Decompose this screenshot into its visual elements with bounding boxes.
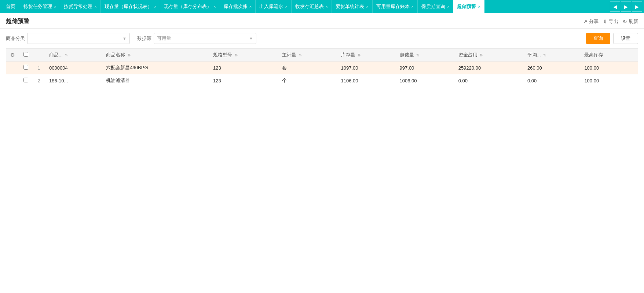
export-icon: ⇩ [603, 19, 607, 25]
row-spec: 123 [209, 62, 278, 74]
refresh-button[interactable]: ↻ 刷新 [623, 18, 638, 25]
nav-tab-chaochuyujing[interactable]: 超储预警 × [453, 0, 484, 13]
row-checkbox-cell [19, 74, 32, 87]
row-settings-cell [6, 74, 19, 87]
close-icon[interactable]: × [249, 4, 252, 9]
col-product-code[interactable]: 商品... ⇅ [45, 49, 102, 62]
row-capital-occupied: 259220.00 [455, 62, 524, 74]
col-spec[interactable]: 规格型号 ⇅ [209, 49, 278, 62]
nav-tab-jianhuo-yichang[interactable]: 拣货异常处理 × [60, 0, 100, 13]
row-checkbox[interactable] [23, 78, 28, 82]
select-all-checkbox[interactable] [23, 52, 28, 57]
row-product-name: 机油滤清器 [102, 74, 209, 87]
close-icon[interactable]: × [213, 4, 216, 9]
sort-icon: ⇅ [65, 53, 68, 57]
chevron-down-icon: ▼ [122, 36, 127, 41]
nav-tab-kucun-pizhang[interactable]: 库存批次账 × [220, 0, 256, 13]
product-category-label: 商品分类 [6, 35, 25, 42]
sort-icon: ⇅ [543, 53, 546, 57]
col-product-name[interactable]: 商品名称 ⇅ [102, 49, 209, 62]
row-product-code: 186-10... [45, 74, 102, 87]
row-spec: 123 [209, 74, 278, 87]
nav-tab-xiancunliang-fenbiao[interactable]: 现存量（库存分布表） × [160, 0, 220, 13]
row-checkbox-cell [19, 62, 32, 74]
nav-tab-churukuliushui[interactable]: 出入库流水 × [256, 0, 291, 13]
sort-icon: ⇅ [358, 53, 361, 57]
col-checkbox [19, 49, 32, 62]
product-category-select[interactable]: ▼ [27, 33, 130, 44]
row-number: 2 [32, 74, 45, 87]
page-header: 超储预警 ↗ 分享 ⇩ 导出 ↻ 刷新 [0, 13, 644, 29]
row-overstock: 997.00 [396, 62, 455, 74]
close-icon[interactable]: × [54, 4, 56, 9]
row-max-stock: 100.00 [581, 74, 638, 87]
col-capital-occupied[interactable]: 资金占用 ⇅ [455, 49, 524, 62]
table-row: 1 0000004 六配套新昌490BPG 123 套 1097.00 997.… [6, 62, 638, 74]
col-rownum [32, 49, 45, 62]
chevron-down-icon: ▼ [249, 36, 253, 41]
export-button[interactable]: ⇩ 导出 [603, 18, 618, 25]
col-average[interactable]: 平均... ⇅ [524, 49, 581, 62]
col-stock[interactable]: 库存量 ⇅ [337, 49, 396, 62]
table-container: ⚙ 商品... ⇅ 商品名称 ⇅ 规格型号 [0, 48, 644, 87]
data-source-label: 数据源 [137, 35, 151, 42]
row-max-stock: 100.00 [581, 62, 638, 74]
row-capital-occupied: 0.00 [455, 74, 524, 87]
settings-button[interactable]: 设置 [613, 33, 638, 44]
row-unit: 个 [278, 74, 337, 87]
data-source-select[interactable]: 可用量 ▼ [154, 33, 256, 44]
nav-tab-baozhi-chaxun[interactable]: 保质期查询 × [418, 0, 453, 13]
row-stock: 1097.00 [337, 62, 396, 74]
nav-tab-jianhuorenwuguanli[interactable]: 拣货任务管理 × [20, 0, 60, 13]
row-unit: 套 [278, 62, 337, 74]
filter-buttons: 查询 设置 [586, 33, 638, 44]
nav-tab-yaohuo-tongji[interactable]: 要货单统计表 × [332, 0, 372, 13]
data-source-value: 可用量 [157, 35, 249, 42]
close-icon[interactable]: × [154, 4, 156, 9]
nav-arrows: ◀ ▶ ▶ [610, 1, 643, 12]
nav-expand-button[interactable]: ▶ [632, 1, 642, 12]
share-button[interactable]: ↗ 分享 [583, 18, 599, 25]
refresh-icon: ↻ [623, 19, 627, 25]
row-settings-cell [6, 62, 19, 74]
page-title: 超储预警 [6, 18, 29, 25]
header-actions: ↗ 分享 ⇩ 导出 ↻ 刷新 [583, 18, 638, 25]
nav-tab-xiancunliang-kuangzhuang[interactable]: 现存量（库存状况表） × [101, 0, 160, 13]
close-icon[interactable]: × [411, 4, 414, 9]
col-max-stock[interactable]: 最高库存 [581, 49, 638, 62]
row-average: 0.00 [524, 74, 581, 87]
nav-tab-shoufacun-huizong[interactable]: 收发存汇总表 × [292, 0, 332, 13]
sort-icon: ⇅ [128, 53, 131, 57]
sort-icon: ⇅ [235, 53, 238, 57]
row-product-name: 六配套新昌490BPG [102, 62, 209, 74]
share-icon: ↗ [583, 19, 588, 25]
close-icon[interactable]: × [326, 4, 328, 9]
close-icon[interactable]: × [285, 4, 287, 9]
row-checkbox[interactable] [23, 65, 28, 70]
query-button[interactable]: 查询 [586, 33, 610, 44]
close-icon[interactable]: × [447, 4, 449, 9]
data-table: ⚙ 商品... ⇅ 商品名称 ⇅ 规格型号 [6, 48, 638, 87]
product-category-filter: 商品分类 ▼ [6, 33, 130, 44]
sort-icon: ⇅ [416, 53, 419, 57]
nav-next-button[interactable]: ▶ [621, 1, 631, 12]
row-overstock: 1006.00 [396, 74, 455, 87]
data-source-filter: 数据源 可用量 ▼ [137, 33, 256, 44]
nav-tab-keyongliang-zhangben[interactable]: 可用量库存账本 × [373, 0, 418, 13]
col-overstock[interactable]: 超储量 ⇅ [396, 49, 455, 62]
col-unit[interactable]: 主计量 ⇅ [278, 49, 337, 62]
close-icon[interactable]: × [94, 4, 96, 9]
filter-area: 商品分类 ▼ 数据源 可用量 ▼ 查询 设置 [0, 29, 644, 48]
row-number: 1 [32, 62, 45, 74]
sort-icon: ⇅ [299, 53, 302, 57]
col-settings: ⚙ [6, 49, 19, 62]
nav-prev-button[interactable]: ◀ [610, 1, 620, 12]
row-stock: 1106.00 [337, 74, 396, 87]
table-row: 2 186-10... 机油滤清器 123 个 1106.00 1006.00 … [6, 74, 638, 87]
close-icon[interactable]: × [366, 4, 368, 9]
nav-home[interactable]: 首页 [1, 0, 20, 13]
gear-icon[interactable]: ⚙ [10, 52, 15, 58]
row-product-code: 0000004 [45, 62, 102, 74]
close-icon[interactable]: × [478, 4, 480, 9]
sort-icon: ⇅ [480, 53, 483, 57]
